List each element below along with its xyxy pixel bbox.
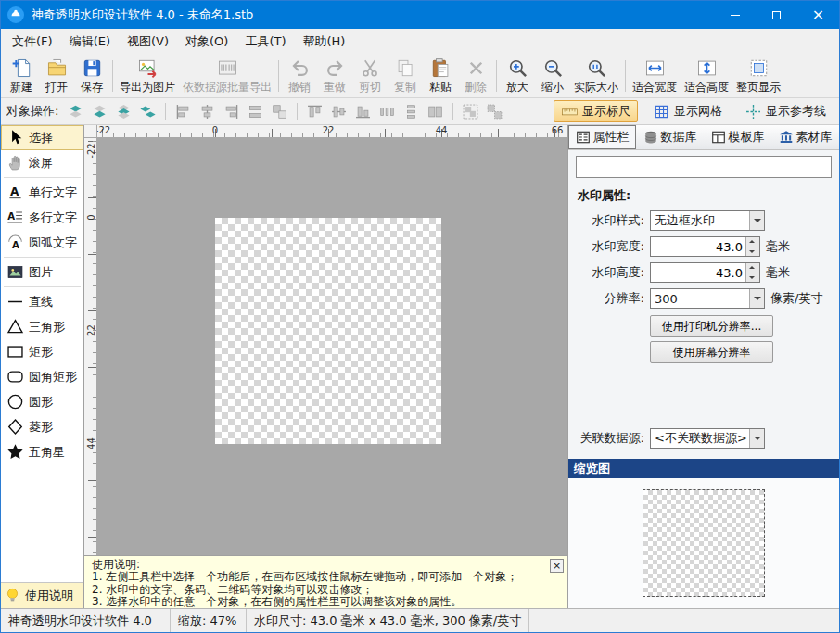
menu-view[interactable]: 视图(V) xyxy=(119,29,177,55)
width-input[interactable] xyxy=(651,237,745,256)
toggle-label: 显示网格 xyxy=(674,103,722,120)
tool-label: 选择 xyxy=(29,130,53,146)
fit-height-button[interactable]: 适合高度 xyxy=(681,56,732,96)
bring-front-button[interactable] xyxy=(64,100,87,122)
menu-object[interactable]: 对象(O) xyxy=(177,29,236,55)
app-icon xyxy=(7,6,24,23)
info-close-button[interactable]: × xyxy=(550,559,564,573)
spinner-down-icon[interactable] xyxy=(746,272,759,282)
close-icon: × xyxy=(553,561,561,571)
move-down-layer-button[interactable] xyxy=(136,100,159,122)
tool-circle[interactable]: 圆形 xyxy=(1,389,83,414)
status-watermark-size: 水印尺寸: 43.0 毫米 x 43.0 毫米, 300 像素/英寸 xyxy=(247,609,529,632)
align-bottom-icon xyxy=(354,103,372,120)
delete-icon xyxy=(465,57,487,79)
width-label: 水印宽度: xyxy=(576,238,644,255)
fit-width-button[interactable]: 适合宽度 xyxy=(629,56,681,96)
tab-properties[interactable]: 属性栏 xyxy=(568,125,636,149)
menu-tools[interactable]: 工具(T) xyxy=(236,29,294,55)
help-button[interactable]: 使用说明 xyxy=(1,582,83,608)
tool-arc-text[interactable]: 圆弧文字 xyxy=(1,230,83,255)
style-dropdown[interactable]: 无边框水印 xyxy=(650,210,765,231)
dpi-dropdown[interactable]: 300 xyxy=(650,288,765,309)
show-ruler-toggle[interactable]: 显示标尺 xyxy=(554,100,638,122)
star-icon xyxy=(6,443,24,461)
height-spinner[interactable] xyxy=(745,263,759,282)
redo-button: 重做 xyxy=(317,56,352,96)
save-button[interactable]: 保存 xyxy=(74,56,109,96)
tool-line[interactable]: 直线 xyxy=(1,289,83,314)
menu-help[interactable]: 帮助(H) xyxy=(295,29,354,55)
main-area: 选择 滚屏 单行文字 多行文字 圆弧文字 图片 直线 三角形 矩形 圆角矩形 圆… xyxy=(1,125,839,608)
ruler-label: -22 xyxy=(97,125,110,135)
design-canvas[interactable] xyxy=(97,138,567,555)
zoom-out-button[interactable]: 缩小 xyxy=(535,56,570,96)
tool-pan[interactable]: 滚屏 xyxy=(1,150,83,175)
tool-label: 圆角矩形 xyxy=(29,369,77,386)
toggle-label: 显示参考线 xyxy=(766,103,826,120)
paste-button[interactable]: 粘贴 xyxy=(423,56,458,96)
tool-label: 圆形 xyxy=(29,394,53,411)
spinner-up-icon[interactable] xyxy=(746,263,759,272)
tool-rect[interactable]: 矩形 xyxy=(1,339,83,364)
spinner-up-icon[interactable] xyxy=(746,237,759,247)
properties-icon xyxy=(576,130,591,145)
use-screen-dpi-button[interactable]: 使用屏幕分辨率 xyxy=(650,341,773,363)
show-grid-toggle[interactable]: 显示网格 xyxy=(645,100,730,122)
height-label: 水印高度: xyxy=(576,264,644,281)
actual-size-button[interactable]: 实际大小 xyxy=(570,56,622,96)
zoom-out-icon xyxy=(542,57,564,79)
show-guides-toggle[interactable]: 显示参考线 xyxy=(737,100,834,122)
height-input[interactable] xyxy=(651,263,745,282)
fit-page-button[interactable]: 整页显示 xyxy=(732,56,784,96)
button-label: 适合高度 xyxy=(684,80,729,95)
open-button[interactable]: 打开 xyxy=(39,56,74,96)
tool-label: 五角星 xyxy=(29,444,65,461)
minimize-button[interactable] xyxy=(714,1,756,29)
new-button[interactable]: 新建 xyxy=(4,56,39,96)
info-line: 2. 水印中的文字、条码、二维码等对象均可以双击修改； xyxy=(92,584,560,597)
tool-multi-text[interactable]: 多行文字 xyxy=(1,205,83,230)
datasource-dropdown[interactable]: <不关联数据源> xyxy=(650,428,765,449)
width-spinner[interactable] xyxy=(745,237,759,256)
tab-materials[interactable]: 素材库 xyxy=(771,125,839,149)
align-right-icon xyxy=(223,103,240,120)
section-title: 水印属性: xyxy=(578,187,832,204)
tool-label: 滚屏 xyxy=(29,155,53,171)
tool-diamond[interactable]: 菱形 xyxy=(1,414,83,439)
watermark-name-input[interactable] xyxy=(576,156,832,178)
spinner-down-icon[interactable] xyxy=(746,247,759,256)
button-label: 打开 xyxy=(45,80,68,95)
maximize-button[interactable] xyxy=(756,1,797,29)
save-icon xyxy=(82,57,103,79)
tool-image[interactable]: 图片 xyxy=(1,260,83,285)
batch-export-button: 依数据源批量导出 xyxy=(179,56,275,96)
move-up-layer-button[interactable] xyxy=(112,100,135,122)
multi-text-icon xyxy=(6,209,24,226)
tab-database[interactable]: 数据库 xyxy=(636,125,704,149)
tab-templates[interactable]: 模板库 xyxy=(704,125,771,149)
right-panel: 属性栏 数据库 模板库 素材库 水印属性: 水印样式: 无边框水印 水印宽度: xyxy=(567,125,839,608)
toolbar-separator xyxy=(297,103,298,120)
use-printer-dpi-button[interactable]: 使用打印机分辨率... xyxy=(650,315,773,337)
tool-select[interactable]: 选择 xyxy=(1,125,83,150)
new-file-icon xyxy=(11,57,32,79)
send-back-button[interactable] xyxy=(88,100,111,122)
fit-width-icon xyxy=(644,57,666,79)
thumbnail-preview[interactable] xyxy=(643,489,765,597)
tool-triangle[interactable]: 三角形 xyxy=(1,314,83,339)
tool-single-text[interactable]: 单行文字 xyxy=(1,180,83,205)
watermark-document[interactable] xyxy=(215,218,441,444)
align-bottom-button xyxy=(351,100,375,122)
close-button[interactable]: × xyxy=(797,1,839,29)
canvas-row: -22 0 22 44 xyxy=(84,138,567,555)
ungroup-button xyxy=(483,100,506,122)
tool-rounded-rect[interactable]: 圆角矩形 xyxy=(1,364,83,389)
zoom-in-button[interactable]: 放大 xyxy=(500,56,535,96)
thumbnail-header: 缩览图 xyxy=(568,459,839,478)
title-bar[interactable]: 神奇透明水印设计软件 4.0 - 未命名1.stb × xyxy=(1,1,839,29)
menu-file[interactable]: 文件(F) xyxy=(4,29,61,55)
export-image-button[interactable]: 导出为图片 xyxy=(116,56,179,96)
tool-star[interactable]: 五角星 xyxy=(1,439,83,464)
menu-edit[interactable]: 编辑(E) xyxy=(61,29,119,55)
